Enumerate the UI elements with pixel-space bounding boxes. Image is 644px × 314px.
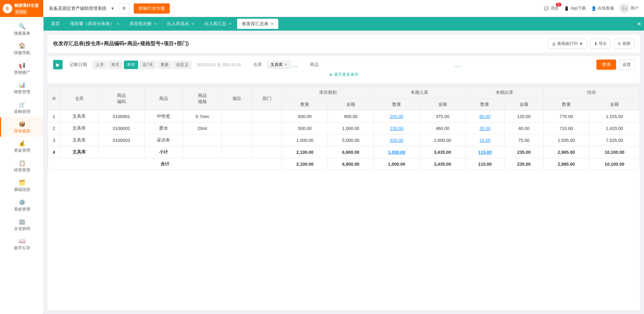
row-no: 2: [48, 122, 60, 134]
date-btn-更多[interactable]: 更多: [158, 61, 172, 69]
close-all-tabs-button[interactable]: ✕: [637, 21, 641, 27]
tab-stock-dist[interactable]: 现存量（库存分布表）✕: [65, 19, 124, 29]
tab-label: 现存量（库存分布表）: [70, 21, 114, 27]
row-name: 胶水: [144, 122, 183, 134]
warehouse-tag-close-icon[interactable]: ✕: [284, 62, 287, 67]
out-qty-link[interactable]: 80.00: [479, 114, 491, 119]
settings-button[interactable]: ⚙: [119, 3, 130, 14]
filter-expand-button[interactable]: ▶: [53, 60, 63, 69]
sidebar-item-label: 企业协同: [14, 226, 30, 231]
user-action[interactable]: Ea 用户: [620, 4, 639, 13]
sidebar-item-enterprise[interactable]: 🏢企业协同: [0, 215, 43, 234]
sidebar-item-marketing[interactable]: 📢营销推广: [0, 59, 43, 78]
row-warehouse: 文具库: [60, 111, 99, 122]
footer-out-amt: 235.00: [505, 158, 543, 170]
th-out-amt: 金额: [505, 99, 543, 111]
date-btn-本年[interactable]: 本年: [124, 61, 138, 69]
row-bal-amt: 1,155.00: [589, 111, 640, 122]
row-in-qty: 1,000.00: [374, 146, 419, 158]
in-qty-link[interactable]: 250.00: [390, 114, 403, 119]
date-btn-自定义[interactable]: 自定义: [173, 61, 192, 69]
footer-in-qty: 1,000.00: [374, 158, 419, 170]
quick-nav-icon: 🏠: [19, 43, 26, 49]
topbar-actions: 💬 消息 6 📱 App下载 👤 在线客服 Ea 用户: [544, 4, 639, 13]
tab-inout-summary[interactable]: 出入库汇总✕: [200, 19, 236, 29]
table-settings-header[interactable]: ⚙: [48, 87, 60, 111]
row-open-amt: 5,000.00: [328, 134, 374, 146]
sidebar-item-quick-nav[interactable]: 🏠快捷导航: [0, 39, 43, 59]
date-btn-近7天[interactable]: 近7天: [139, 61, 156, 69]
sidebar-item-operations[interactable]: 📋经营管理: [0, 156, 43, 176]
sidebar-item-basic-info[interactable]: 🗂️基础信息: [0, 176, 43, 195]
filter-expand-row[interactable]: ▼ 展开更多条件: [53, 70, 634, 80]
footer-bal-qty: 2,985.00: [543, 158, 589, 170]
in-qty-link[interactable]: 520.00: [390, 138, 403, 143]
sidebar-item-sales[interactable]: 📊销售管理: [0, 78, 43, 98]
footer-bal-amt: 10,100.00: [589, 158, 640, 170]
th-name: 商品: [144, 87, 183, 111]
tab-close-icon[interactable]: ✕: [229, 22, 232, 26]
online-service-icon: 👤: [591, 6, 596, 11]
date-btn-本月[interactable]: 本月: [108, 61, 122, 69]
tab-close-icon[interactable]: ✕: [191, 22, 194, 26]
tab-batch-account[interactable]: 库存批次账✕: [125, 19, 162, 29]
app-download-action[interactable]: 📱 App下载: [564, 5, 586, 11]
tab-label: 出入库汇总: [204, 21, 227, 27]
out-qty-link[interactable]: 115.00: [478, 150, 492, 155]
row-no: 4: [48, 146, 60, 158]
tab-home[interactable]: 首页: [46, 19, 65, 29]
system-dropdown[interactable]: ▼: [111, 6, 115, 11]
trial-button[interactable]: 体验行业方案: [134, 3, 170, 14]
operations-icon: 📋: [19, 160, 26, 166]
query-button[interactable]: 查询: [596, 60, 616, 70]
table-row: 2 文具库 0100002 胶水 20ml 500.00 1,000.00 23…: [48, 122, 640, 134]
goods-more-button[interactable]: ...: [455, 61, 461, 68]
row-project: [222, 146, 252, 158]
sidebar-item-system[interactable]: ⚙️系统管理: [0, 196, 43, 215]
warehouse-more-button[interactable]: ...: [292, 61, 298, 68]
sidebar-item-inventory[interactable]: 📦库存核算: [0, 117, 43, 137]
date-btn-上月[interactable]: 上月: [93, 61, 107, 69]
row-warehouse: 文具库: [60, 134, 99, 146]
message-action[interactable]: 💬 消息 6: [544, 5, 559, 11]
row-bal-qty: 2,985.00: [543, 146, 589, 158]
refresh-button[interactable]: ↻ 刷新: [614, 39, 634, 49]
th-out: 本期出库: [465, 87, 543, 99]
tab-label: 收发存汇总表: [242, 21, 268, 27]
table-settings-icon[interactable]: ⚙: [52, 96, 56, 101]
in-qty-link[interactable]: 1,000.00: [388, 150, 406, 155]
expand-icon: ▼: [329, 72, 333, 77]
sidebar-item-search[interactable]: 🔍搜索菜单: [0, 20, 43, 39]
row-code: [98, 146, 144, 158]
sidebar-item-label: 搜索菜单: [14, 31, 30, 36]
sidebar: 6 畅捷通好生意 标准版 🔍搜索菜单🏠快捷导航📢营销推广📊销售管理🛒采购管理📦库…: [0, 0, 44, 314]
main-area: 装备及固定资产辅助管理系统 ▼ ⚙ 体验行业方案 💬 消息 6 📱 App下载 …: [44, 0, 644, 314]
sidebar-item-purchase[interactable]: 🛒采购管理: [0, 98, 43, 117]
online-service-action[interactable]: 👤 在线客服: [591, 5, 614, 11]
sidebar-item-guide[interactable]: 📖新手引导: [0, 234, 43, 254]
row-out-amt: 40.00: [505, 122, 543, 134]
page-title: 收发存汇总表(按仓库+商品编码+商品+规格型号+项目+部门): [53, 40, 189, 47]
template-print-button[interactable]: 🖨 换模板打印 ▼: [548, 39, 587, 49]
tab-close-icon[interactable]: ✕: [270, 22, 274, 26]
tab-close-icon[interactable]: ✕: [154, 22, 157, 26]
row-name: 中性笔: [144, 111, 183, 122]
row-code: 0100001: [98, 111, 144, 122]
row-warehouse: 文具库: [60, 122, 99, 134]
filter-settings-button[interactable]: 设置: [619, 60, 634, 70]
row-in-qty: 230.00: [374, 122, 419, 134]
export-button[interactable]: ⬇ 导出: [590, 39, 611, 49]
warehouse-tag[interactable]: 文具库 ✕: [267, 61, 291, 69]
marketing-icon: 📢: [19, 62, 26, 69]
row-dept: [252, 146, 282, 158]
in-qty-link[interactable]: 230.00: [390, 126, 403, 131]
footer-label: 合计: [48, 158, 282, 170]
out-qty-link[interactable]: 20.00: [479, 126, 491, 131]
tab-inout-flow[interactable]: 出入库流水✕: [162, 19, 199, 29]
tab-close-icon[interactable]: ✕: [116, 22, 119, 26]
tabbar: 首页现存量（库存分布表）✕库存批次账✕出入库流水✕出入库汇总✕收发存汇总表✕✕: [44, 17, 644, 31]
inventory-icon: 📦: [19, 121, 26, 127]
out-qty-link[interactable]: 15.00: [479, 138, 491, 143]
tab-recv-send-summary[interactable]: 收发存汇总表✕: [237, 19, 278, 29]
sidebar-item-finance[interactable]: 💰资金管理: [0, 137, 43, 156]
